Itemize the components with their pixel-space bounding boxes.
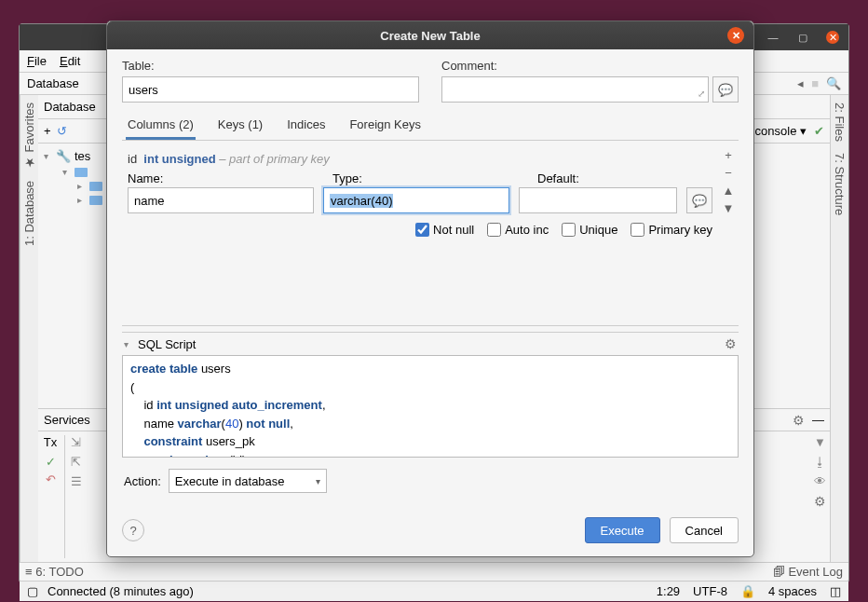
column-row-id[interactable]: id int unsigned – part of primary key: [124, 150, 716, 168]
status-icon: ▢: [27, 584, 38, 598]
menu-file[interactable]: File: [27, 54, 47, 68]
comment-detail-button[interactable]: 💬: [712, 76, 739, 103]
expand-icon[interactable]: ⤢: [698, 89, 705, 99]
comment-input[interactable]: [441, 76, 709, 103]
move-up-button[interactable]: ▲: [723, 184, 735, 198]
autoinc-checkbox[interactable]: Auto inc: [487, 223, 549, 237]
rightbar-files[interactable]: 2: Files: [833, 103, 847, 142]
help-button[interactable]: ?: [122, 519, 144, 541]
column-default-input[interactable]: [519, 187, 677, 213]
tx-rollback-icon[interactable]: ↶: [42, 472, 59, 486]
leftbar-favorites[interactable]: ★ Favorites: [22, 103, 36, 170]
services-title: Services: [44, 413, 90, 427]
column-name-input[interactable]: [128, 187, 314, 213]
toolbar-stop-icon[interactable]: ■: [811, 76, 819, 90]
status-pos[interactable]: 1:29: [657, 584, 680, 598]
unique-checkbox[interactable]: Unique: [562, 223, 617, 237]
comment-label: Comment:: [441, 59, 739, 73]
rightbar-structure[interactable]: 7: Structure: [833, 153, 847, 215]
action-label: Action:: [124, 474, 161, 488]
gear-icon[interactable]: ⚙: [725, 336, 737, 351]
column-name-label: Name:: [128, 171, 323, 185]
filter-icon[interactable]: ▼: [814, 435, 826, 449]
leftbar-database[interactable]: 1: Database: [22, 181, 36, 246]
status-widget-icon[interactable]: ◫: [830, 584, 841, 598]
status-lock-icon[interactable]: 🔒: [740, 584, 755, 598]
table-name-input[interactable]: [122, 76, 419, 103]
status-text: Connected (8 minutes ago): [47, 584, 194, 598]
gear-icon[interactable]: ⚙: [793, 413, 805, 428]
tab-indices[interactable]: Indices: [285, 112, 327, 140]
column-type-input[interactable]: varchar(40): [323, 187, 509, 213]
column-detail-button[interactable]: 💬: [686, 187, 712, 213]
gear-icon[interactable]: ⚙: [814, 494, 826, 509]
collapse-icon[interactable]: ⇱: [71, 455, 82, 469]
hide-icon[interactable]: —: [812, 413, 824, 428]
tab-foreign-keys[interactable]: Foreign Keys: [347, 112, 423, 140]
action-select[interactable]: Execute in database: [169, 469, 327, 493]
add-column-button[interactable]: +: [725, 148, 732, 162]
ide-right-sidebar: 2: Files 7: Structure: [830, 95, 848, 562]
bottom-tab-todo[interactable]: ≡ 6: TODO: [25, 565, 84, 579]
table-name-label: Table:: [122, 59, 419, 73]
close-icon[interactable]: ✕: [727, 27, 744, 44]
status-enc[interactable]: UTF-8: [693, 584, 727, 598]
toolbar-prev-icon[interactable]: ◂: [797, 76, 804, 90]
column-type-label: Type:: [332, 171, 528, 185]
column-default-label: Default:: [537, 171, 712, 185]
execute-button[interactable]: Execute: [585, 517, 660, 543]
add-icon[interactable]: +: [44, 124, 51, 138]
maximize-button[interactable]: ▢: [796, 31, 809, 44]
breadcrumb-item[interactable]: Database: [27, 76, 79, 90]
minimize-button[interactable]: —: [766, 31, 780, 44]
close-button[interactable]: ✕: [826, 31, 839, 44]
sql-preview[interactable]: create table users ( id int unsigned aut…: [122, 355, 739, 458]
cancel-button[interactable]: Cancel: [670, 517, 739, 543]
checkmark-icon[interactable]: ✔: [814, 124, 824, 138]
tx-commit-icon[interactable]: ✓: [42, 455, 59, 469]
sync-icon[interactable]: ↺: [57, 124, 67, 138]
bottom-tab-eventlog[interactable]: 🗐 Event Log: [773, 565, 843, 579]
status-bar: ▢ Connected (8 minutes ago) 1:29 UTF-8 🔒…: [20, 581, 848, 601]
tx-label: Tx: [42, 435, 59, 449]
dialog-tabs: Columns (2) Keys (1) Indices Foreign Key…: [122, 112, 739, 141]
create-table-dialog: Create New Table ✕ Table: Comment: ⤢ 💬: [106, 21, 754, 557]
ide-bottom-tabs: ≡ 6: TODO 🗐 Event Log: [20, 562, 848, 581]
dialog-titlebar: Create New Table ✕: [107, 21, 753, 49]
tab-keys[interactable]: Keys (1): [216, 112, 264, 140]
expand-icon[interactable]: ⇲: [71, 435, 82, 449]
tab-columns[interactable]: Columns (2): [126, 112, 196, 140]
list-icon[interactable]: ☰: [71, 474, 82, 488]
status-spaces[interactable]: 4 spaces: [768, 584, 817, 598]
ide-left-sidebar: 1: Database ★ Favorites: [20, 95, 38, 562]
menu-edit[interactable]: Edit: [60, 54, 80, 68]
primarykey-checkbox[interactable]: Primary key: [631, 223, 712, 237]
toolbar-search-icon[interactable]: 🔍: [826, 76, 841, 90]
remove-column-button[interactable]: −: [725, 166, 732, 180]
download-icon[interactable]: ⭳: [814, 455, 826, 469]
dialog-title: Create New Table: [380, 29, 480, 43]
eye-icon[interactable]: 👁: [814, 474, 826, 488]
move-down-button[interactable]: ▼: [723, 201, 735, 215]
sql-script-toggle[interactable]: ▾SQL Script: [124, 337, 196, 351]
notnull-checkbox[interactable]: Not null: [415, 223, 474, 237]
db-panel-title: Database: [44, 100, 96, 114]
